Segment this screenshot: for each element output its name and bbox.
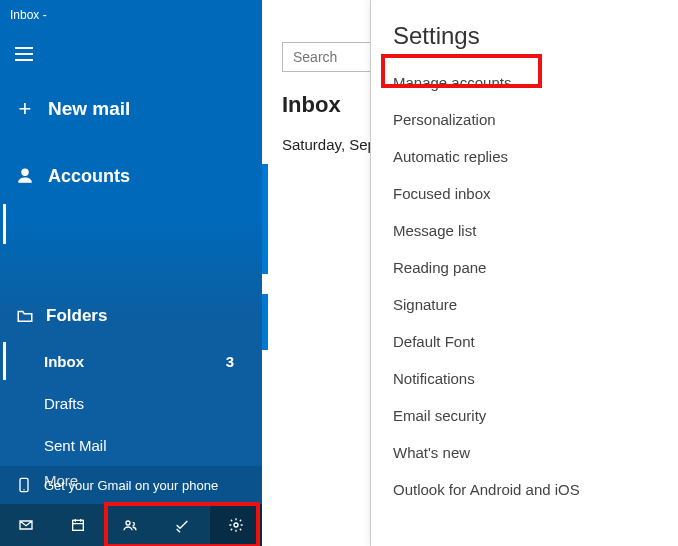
settings-item-personalization[interactable]: Personalization <box>371 101 678 138</box>
folder-label: Inbox <box>44 353 84 370</box>
settings-nav-button[interactable] <box>210 504 262 546</box>
settings-item-manage-accounts[interactable]: Manage accounts <box>371 64 678 101</box>
people-nav-button[interactable] <box>104 504 156 546</box>
hamburger-button[interactable] <box>0 30 48 78</box>
folders-header-label: Folders <box>46 306 107 326</box>
accounts-header[interactable]: Accounts <box>0 152 262 200</box>
folder-icon <box>16 307 34 325</box>
settings-item-signature[interactable]: Signature <box>371 286 678 323</box>
new-mail-button[interactable]: + New mail <box>0 84 262 134</box>
folders-header[interactable]: Folders <box>0 296 262 336</box>
settings-item-message-list[interactable]: Message list <box>371 212 678 249</box>
folder-label: Drafts <box>44 395 84 412</box>
svg-point-4 <box>234 523 238 527</box>
calendar-icon <box>70 517 86 533</box>
window-title-text: Inbox - <box>10 8 47 22</box>
calendar-nav-button[interactable] <box>52 504 104 546</box>
settings-item-automatic-replies[interactable]: Automatic replies <box>371 138 678 175</box>
promo-banner[interactable]: Get your Gmail on your phone <box>0 466 262 504</box>
todo-icon <box>174 517 190 533</box>
settings-item-default-font[interactable]: Default Font <box>371 323 678 360</box>
phone-icon <box>16 477 32 493</box>
gear-icon <box>228 517 244 533</box>
folder-item-drafts[interactable]: Drafts <box>0 382 262 424</box>
settings-title: Settings <box>371 22 678 64</box>
svg-point-1 <box>23 489 24 490</box>
folder-label: Sent Mail <box>44 437 107 454</box>
mail-app-window: Inbox - + New mail Accounts Folders Inbo… <box>0 0 678 546</box>
person-icon <box>16 167 34 185</box>
account-active-indicator <box>3 204 6 244</box>
sidebar: Inbox - + New mail Accounts Folders Inbo… <box>0 0 262 546</box>
todo-nav-button[interactable] <box>156 504 208 546</box>
message-accent-bar <box>262 164 268 274</box>
settings-item-focused-inbox[interactable]: Focused inbox <box>371 175 678 212</box>
settings-item-reading-pane[interactable]: Reading pane <box>371 249 678 286</box>
folder-item-inbox[interactable]: Inbox 3 <box>0 340 262 382</box>
settings-list: Manage accounts Personalization Automati… <box>371 64 678 508</box>
settings-item-whats-new[interactable]: What's new <box>371 434 678 471</box>
mail-icon <box>18 517 34 533</box>
window-title-left: Inbox - <box>0 0 262 30</box>
settings-flyout: Settings Manage accounts Personalization… <box>370 0 678 546</box>
settings-item-outlook-mobile[interactable]: Outlook for Android and iOS <box>371 471 678 508</box>
plus-icon: + <box>16 96 34 122</box>
people-icon <box>122 517 138 533</box>
svg-point-3 <box>126 521 130 525</box>
svg-rect-2 <box>73 520 84 530</box>
accounts-label: Accounts <box>48 166 130 187</box>
settings-item-notifications[interactable]: Notifications <box>371 360 678 397</box>
new-mail-label: New mail <box>48 98 130 120</box>
folder-count: 3 <box>226 353 234 370</box>
mail-nav-button[interactable] <box>0 504 52 546</box>
hamburger-icon <box>15 47 33 61</box>
main-panel: Inbox Saturday, Sep Settings Manage acco… <box>262 0 678 546</box>
account-selected[interactable] <box>0 204 262 244</box>
settings-item-email-security[interactable]: Email security <box>371 397 678 434</box>
bottom-toolbar <box>0 504 262 546</box>
message-accent-bar <box>262 294 268 350</box>
promo-text: Get your Gmail on your phone <box>44 478 218 493</box>
folder-item-sent[interactable]: Sent Mail <box>0 424 262 466</box>
